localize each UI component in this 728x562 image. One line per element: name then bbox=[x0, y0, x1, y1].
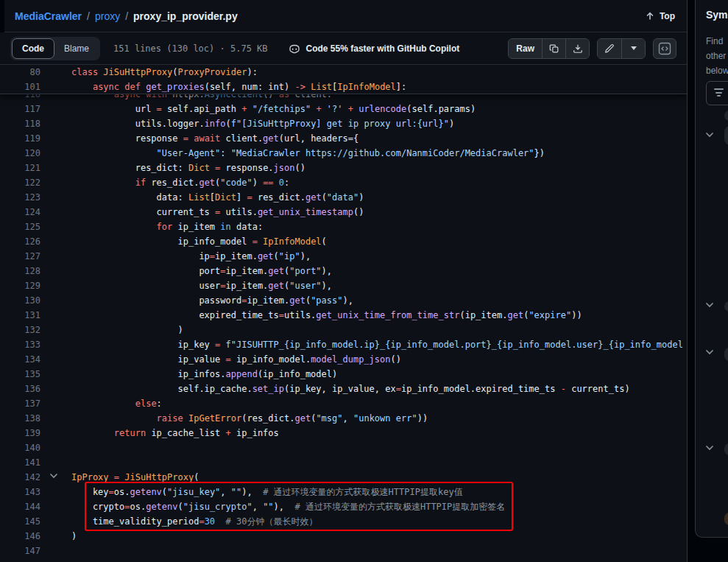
line-number[interactable]: 119 bbox=[0, 131, 40, 146]
symbol-item-pill[interactable] bbox=[724, 513, 728, 525]
code-line: 117 url = self.api_path + "/fetchips" + … bbox=[0, 102, 687, 116]
code-square-icon bbox=[658, 42, 671, 55]
breadcrumb-separator: / bbox=[87, 10, 90, 22]
line-number[interactable]: 131 bbox=[0, 308, 40, 323]
breadcrumb-separator: / bbox=[125, 10, 128, 22]
symbol-item-pill[interactable] bbox=[724, 301, 728, 312]
breadcrumb: MediaCrawler / proxy / proxy_ip_provider… bbox=[15, 10, 238, 22]
code-text: return ip_cache_list + ip_infos bbox=[71, 426, 279, 440]
code-text: response = await client.get(url, headers… bbox=[71, 131, 358, 146]
code-text: port=ip_item.get("port"), bbox=[71, 264, 332, 278]
code-line: 135 ip_infos.append(ip_info_model) bbox=[0, 367, 687, 382]
code-line: 123 data: List[Dict] = res_dict.get("dat… bbox=[0, 190, 687, 205]
symbol-item-pill[interactable] bbox=[724, 126, 728, 145]
line-number[interactable]: 125 bbox=[0, 219, 40, 234]
fold-gutter bbox=[40, 352, 71, 367]
code-line: 130 password=ip_item.get("pass"), bbox=[0, 293, 687, 308]
symbols-heading: Sym bbox=[706, 9, 728, 21]
download-icon bbox=[573, 43, 583, 54]
code-text: class JiSuHttpProxy(ProxyProvider): bbox=[71, 65, 258, 80]
fold-gutter bbox=[40, 219, 71, 234]
symbols-desc-line: other bbox=[706, 49, 728, 63]
code-line: 142IpProxy = JiSuHttpProxy( bbox=[0, 470, 687, 485]
code-line: 134 ip_value = ip_info_model.model_dump_… bbox=[0, 352, 687, 367]
chevron-down-icon[interactable] bbox=[705, 132, 714, 138]
code-text: else: bbox=[71, 396, 162, 411]
code-text: ) bbox=[71, 529, 77, 544]
edit-dropdown-button[interactable] bbox=[621, 39, 645, 58]
fold-gutter bbox=[40, 485, 71, 499]
fold-gutter bbox=[40, 529, 71, 544]
symbol-item-pill[interactable] bbox=[724, 110, 728, 121]
line-number[interactable]: 133 bbox=[0, 337, 40, 352]
line-number[interactable]: 121 bbox=[0, 161, 40, 175]
line-number[interactable]: 118 bbox=[0, 116, 40, 131]
fold-gutter bbox=[40, 455, 71, 470]
line-number[interactable]: 141 bbox=[0, 455, 40, 470]
fold-gutter bbox=[40, 440, 71, 455]
breadcrumb-repo-link[interactable]: MediaCrawler bbox=[15, 10, 82, 22]
line-number[interactable]: 132 bbox=[0, 323, 40, 337]
chevron-down-icon[interactable] bbox=[705, 445, 714, 451]
fold-gutter bbox=[40, 308, 71, 323]
line-number[interactable]: 135 bbox=[0, 367, 40, 382]
line-number[interactable]: 139 bbox=[0, 426, 40, 440]
line-number[interactable]: 122 bbox=[0, 175, 40, 190]
symbols-toggle-button[interactable] bbox=[653, 38, 676, 59]
breadcrumb-folder-link[interactable]: proxy bbox=[95, 10, 120, 22]
tab-blame[interactable]: Blame bbox=[54, 38, 99, 59]
line-number[interactable]: 120 bbox=[0, 146, 40, 161]
code-line: 101 async def get_proxies(self, num: int… bbox=[0, 80, 687, 94]
symbols-panel: Sym Find other below bbox=[695, 0, 728, 538]
line-number[interactable]: 129 bbox=[0, 278, 40, 293]
line-number[interactable]: 80 bbox=[0, 65, 40, 80]
code-line: 145 time_validity_period=30 # 30分钟（最长时效） bbox=[0, 514, 687, 529]
code-text: password=ip_item.get("pass"), bbox=[71, 293, 353, 308]
chevron-down-icon[interactable] bbox=[705, 302, 714, 308]
chevron-down-icon[interactable] bbox=[705, 349, 714, 355]
symbols-filter-input[interactable] bbox=[706, 81, 728, 105]
line-number[interactable]: 130 bbox=[0, 293, 40, 308]
back-to-top-button[interactable]: Top bbox=[645, 11, 675, 21]
line-number[interactable]: 128 bbox=[0, 264, 40, 278]
code-line: 119 response = await client.get(url, hea… bbox=[0, 131, 687, 146]
code-lines: 116 async with httpx.AsyncClient() as cl… bbox=[0, 65, 687, 558]
code-text: ip_info_model = IpInfoModel( bbox=[71, 234, 327, 249]
fold-chevron-icon[interactable] bbox=[40, 470, 71, 485]
line-number[interactable]: 126 bbox=[0, 234, 40, 249]
code-text: data: List[Dict] = res_dict.get("data") bbox=[71, 190, 364, 205]
code-line: 121 res_dict: Dict = response.json() bbox=[0, 161, 687, 175]
line-number[interactable]: 146 bbox=[0, 529, 40, 544]
line-number[interactable]: 117 bbox=[0, 102, 40, 116]
fold-gutter bbox=[40, 426, 71, 440]
line-number[interactable]: 123 bbox=[0, 190, 40, 205]
toolbar-actions: Raw bbox=[508, 38, 676, 59]
line-number[interactable]: 138 bbox=[0, 411, 40, 426]
line-number[interactable]: 144 bbox=[0, 499, 40, 514]
line-number[interactable]: 143 bbox=[0, 485, 40, 499]
line-number[interactable]: 145 bbox=[0, 514, 40, 529]
line-number[interactable]: 101 bbox=[0, 80, 40, 94]
code-line: 141 bbox=[0, 455, 687, 470]
edit-button[interactable] bbox=[598, 39, 621, 58]
copilot-banner[interactable]: Code 55% faster with GitHub Copilot bbox=[289, 43, 460, 55]
corner-notch bbox=[0, 0, 4, 32]
tab-code[interactable]: Code bbox=[12, 38, 54, 59]
raw-button[interactable]: Raw bbox=[509, 39, 542, 58]
symbol-item-pill[interactable] bbox=[724, 348, 728, 361]
line-number[interactable]: 147 bbox=[0, 544, 40, 558]
fold-gutter bbox=[40, 205, 71, 219]
copy-button[interactable] bbox=[542, 39, 565, 58]
fold-gutter bbox=[40, 65, 71, 80]
download-button[interactable] bbox=[565, 39, 589, 58]
line-number[interactable]: 137 bbox=[0, 396, 40, 411]
line-number[interactable]: 136 bbox=[0, 382, 40, 396]
line-number[interactable]: 142 bbox=[0, 470, 40, 485]
line-number[interactable]: 140 bbox=[0, 440, 40, 455]
line-number[interactable]: 127 bbox=[0, 249, 40, 264]
line-number[interactable]: 124 bbox=[0, 205, 40, 219]
line-number[interactable]: 134 bbox=[0, 352, 40, 367]
symbol-item-pill[interactable] bbox=[724, 443, 728, 455]
copilot-label: Code 55% faster with GitHub Copilot bbox=[306, 43, 460, 54]
code-text: if res_dict.get("code") == 0: bbox=[71, 175, 289, 190]
